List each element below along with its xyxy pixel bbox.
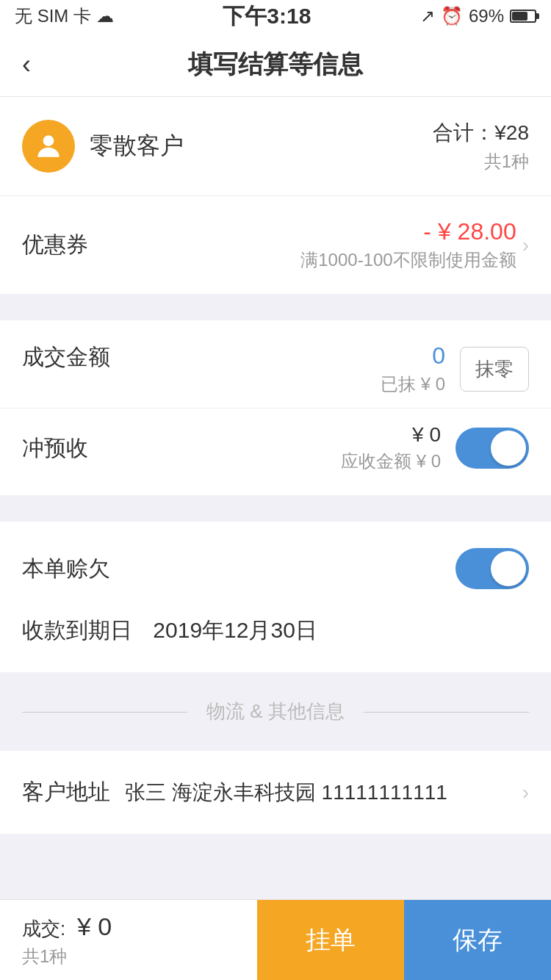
- debt-row: 本单赊欠: [0, 522, 551, 616]
- round-zero-button[interactable]: 抹零: [460, 347, 529, 392]
- coupon-value-block: - ¥ 28.00 满1000-100不限制使用金额: [300, 218, 516, 272]
- due-date-value[interactable]: 2019年12月30日: [153, 618, 317, 642]
- bottom-count: 共1种: [22, 945, 235, 968]
- logistics-label: 物流 & 其他信息: [206, 700, 345, 722]
- address-value: 张三 海淀永丰科技园 11111111111: [125, 779, 522, 807]
- save-button[interactable]: 保存: [404, 900, 551, 981]
- prepay-right: ¥ 0 应收金额 ¥ 0: [341, 423, 529, 473]
- page-title: 填写结算等信息: [188, 48, 363, 82]
- bottom-deal-label: 成交:: [22, 918, 65, 940]
- address-chevron-icon: ›: [522, 781, 529, 804]
- coupon-discount: - ¥ 28.00: [300, 218, 516, 245]
- hold-order-button[interactable]: 挂单: [257, 900, 404, 981]
- prepay-toggle[interactable]: [455, 428, 529, 469]
- address-label: 客户地址: [22, 777, 110, 807]
- transaction-row: 成交金额 0 已抹 ¥ 0 抹零: [0, 320, 551, 408]
- prepay-sub: 应收金额 ¥ 0: [341, 450, 441, 473]
- address-row[interactable]: 客户地址 张三 海淀永丰科技园 11111111111 ›: [0, 751, 551, 834]
- toggle-knob: [491, 430, 526, 466]
- debt-toggle[interactable]: [455, 548, 529, 589]
- prepay-amounts: ¥ 0 应收金额 ¥ 0: [341, 423, 441, 473]
- bottom-deal-amount: ¥ 0: [77, 912, 112, 940]
- hold-label: 挂单: [306, 923, 356, 957]
- total-amount: 合计：¥28: [433, 119, 529, 147]
- coupon-desc: 满1000-100不限制使用金额: [300, 248, 516, 272]
- coupon-right: - ¥ 28.00 满1000-100不限制使用金额 ›: [300, 218, 529, 272]
- transaction-right: 0 已抹 ¥ 0 抹零: [381, 342, 529, 396]
- transaction-label: 成交金额: [22, 342, 110, 372]
- svg-point-0: [43, 135, 54, 146]
- debt-toggle-knob: [491, 551, 526, 586]
- prepay-label: 冲预收: [22, 433, 88, 464]
- transaction-sub: 已抹 ¥ 0: [381, 372, 445, 396]
- coupon-label: 优惠券: [22, 230, 88, 260]
- prepay-value: ¥ 0: [341, 423, 441, 447]
- address-section: 客户地址 张三 海淀永丰科技园 11111111111 ›: [0, 751, 551, 834]
- alarm-icon: ⏰: [441, 6, 463, 26]
- location-icon: ↗: [420, 6, 435, 26]
- transaction-section: 成交金额 0 已抹 ¥ 0 抹零 冲预收 ¥ 0 应收金额 ¥ 0: [0, 320, 551, 495]
- status-left: 无 SIM 卡 ☁: [15, 4, 114, 28]
- coupon-row[interactable]: 优惠券 - ¥ 28.00 满1000-100不限制使用金额 ›: [0, 195, 551, 294]
- battery-label: 69%: [469, 6, 504, 26]
- bottom-summary: 成交: ¥ 0 共1种: [0, 912, 257, 968]
- due-date-label: 收款到期日: [22, 618, 132, 642]
- back-button[interactable]: ‹: [22, 49, 31, 80]
- prepay-row: 冲预收 ¥ 0 应收金额 ¥ 0: [0, 408, 551, 495]
- customer-summary: 合计：¥28 共1种: [433, 119, 529, 173]
- status-time: 下午3:18: [223, 1, 311, 32]
- battery-icon: [510, 10, 536, 23]
- customer-name: 零散客户: [90, 130, 184, 162]
- bottom-deal-row: 成交: ¥ 0: [22, 912, 235, 942]
- logistics-divider: 物流 & 其他信息: [0, 684, 551, 739]
- due-date-row: 收款到期日 2019年12月30日: [0, 616, 551, 672]
- status-bar: 无 SIM 卡 ☁ 下午3:18 ↗ ⏰ 69%: [0, 0, 551, 32]
- customer-row: 零散客户 合计：¥28 共1种: [0, 97, 551, 195]
- chevron-right-icon: ›: [522, 234, 529, 257]
- customer-section: 零散客户 合计：¥28 共1种 优惠券 - ¥ 28.00 满1000-100不…: [0, 97, 551, 294]
- avatar: [22, 120, 75, 173]
- bottom-bar: 成交: ¥ 0 共1种 挂单 保存: [0, 899, 551, 980]
- divider-2: [0, 495, 551, 510]
- save-label: 保存: [453, 923, 503, 957]
- total-count: 共1种: [433, 150, 529, 173]
- customer-left: 零散客户: [22, 120, 184, 173]
- amount-input-area: 0 已抹 ¥ 0: [381, 342, 445, 396]
- nav-bar: ‹ 填写结算等信息: [0, 32, 551, 97]
- no-sim-label: 无 SIM 卡 ☁: [15, 4, 114, 28]
- transaction-value[interactable]: 0: [381, 342, 445, 370]
- user-icon: [32, 130, 65, 162]
- divider-1: [0, 306, 551, 320]
- status-right: ↗ ⏰ 69%: [420, 6, 536, 26]
- debt-label: 本单赊欠: [22, 554, 110, 584]
- debt-section: 本单赊欠 收款到期日 2019年12月30日: [0, 522, 551, 672]
